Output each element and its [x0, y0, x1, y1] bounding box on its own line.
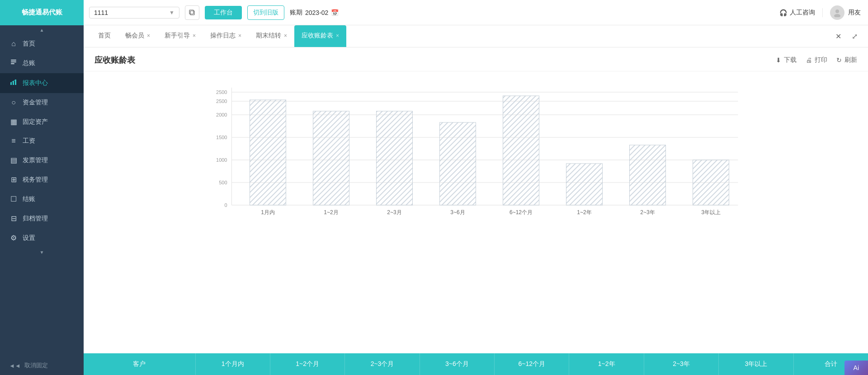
table-header-6-12month: 6~12个月	[495, 353, 569, 375]
main-layout: ▲ ⌂ 首页 总账	[0, 25, 868, 375]
tab-period-end-close[interactable]: ×	[284, 33, 287, 39]
table-header-3year-plus: 3年以上	[719, 353, 793, 375]
print-label: 打印	[815, 56, 827, 64]
download-button[interactable]: ⬇ 下载	[776, 56, 797, 64]
tab-operation-log-close[interactable]: ×	[238, 33, 241, 39]
app-header: 畅捷通易代账 1111 ▼ 工作台 切到旧版 账期 2023-02 📅 🎧 人工…	[0, 0, 868, 25]
svg-point-3	[834, 14, 840, 17]
sidebar-item-fixed-assets[interactable]: ▦ 固定资产	[0, 112, 84, 131]
sidebar-item-fund-management[interactable]: ○ 资金管理	[0, 93, 84, 112]
download-icon: ⬇	[776, 56, 781, 64]
bar-8	[693, 160, 729, 205]
refresh-icon: ↻	[836, 56, 842, 64]
sidebar-item-fund-label: 资金管理	[23, 98, 48, 107]
tab-member[interactable]: 畅会员 ×	[118, 25, 157, 47]
sidebar-item-home[interactable]: ⌂ 首页	[0, 34, 84, 53]
bar-7	[630, 145, 666, 205]
sidebar-item-salary-label: 工资	[23, 137, 35, 145]
table-header-3-6month-label: 3~6个月	[445, 360, 469, 368]
sidebar-item-invoice-label: 发票管理	[23, 156, 48, 164]
ai-label: Ai	[854, 364, 859, 371]
page-header: 应收账龄表 ⬇ 下载 🖨 打印 ↻ 刷新	[84, 47, 868, 71]
close-all-tabs-button[interactable]: ✕	[832, 30, 844, 42]
calendar-icon[interactable]: 📅	[331, 9, 339, 16]
pin-icon: ◄◄	[9, 362, 21, 369]
tabs-right: ✕ ⤢	[832, 30, 861, 42]
sidebar-item-report-center[interactable]: 报表中心	[0, 73, 84, 93]
svg-text:1~2月: 1~2月	[324, 209, 338, 216]
sidebar-scroll-down[interactable]: ▼	[0, 248, 84, 257]
copy-icon	[189, 9, 196, 16]
content-area: 首页 畅会员 × 新手引导 × 操作日志 × 期末结转 × 应收账龄表 ×	[84, 25, 868, 375]
page-actions: ⬇ 下载 🖨 打印 ↻ 刷新	[776, 56, 857, 64]
table-header-1month: 1个月内	[196, 353, 270, 375]
sidebar-item-tax-management[interactable]: ⊞ 税务管理	[0, 170, 84, 189]
consult-area[interactable]: 🎧 人工咨询	[779, 9, 815, 17]
company-selector[interactable]: 1111 ▼	[89, 7, 179, 19]
table-header-2-3year: 2~3年	[644, 353, 719, 375]
download-label: 下载	[784, 56, 797, 64]
table-header-3-6month: 3~6个月	[420, 353, 495, 375]
archive-icon: ⊟	[9, 214, 18, 223]
table-header-6-12month-label: 6~12个月	[518, 360, 545, 368]
svg-text:500: 500	[219, 180, 227, 185]
tab-operation-log[interactable]: 操作日志 ×	[203, 25, 249, 47]
sidebar-item-general-ledger[interactable]: 总账	[0, 53, 84, 73]
sidebar-item-archive-management[interactable]: ⊟ 归档管理	[0, 209, 84, 228]
tab-guide-close[interactable]: ×	[193, 33, 196, 39]
user-area[interactable]: 用友	[830, 5, 861, 20]
logo-text: 畅捷通易代账	[22, 8, 62, 17]
sidebar-item-archive-label: 归档管理	[23, 215, 48, 223]
tab-operation-log-label: 操作日志	[210, 32, 236, 40]
svg-text:1500: 1500	[216, 135, 227, 140]
svg-text:2500: 2500	[216, 89, 227, 95]
refresh-label: 刷新	[844, 56, 857, 64]
sidebar-item-settings[interactable]: ⚙ 设置	[0, 228, 84, 248]
settlement-icon: ☐	[9, 195, 18, 203]
assets-icon: ▦	[9, 117, 18, 126]
tab-home[interactable]: 首页	[91, 25, 118, 47]
ledger-icon	[9, 59, 18, 68]
tab-ar-aging-label: 应收账龄表	[302, 32, 333, 40]
table-header-total-label: 合计	[825, 360, 837, 368]
table-header-1-2month-label: 1~2个月	[296, 360, 319, 368]
switch-version-button[interactable]: 切到旧版	[247, 5, 284, 20]
salary-icon: ≡	[9, 137, 18, 145]
tab-period-end[interactable]: 期末结转 ×	[249, 25, 294, 47]
sidebar-item-settlement[interactable]: ☐ 结账	[0, 189, 84, 209]
refresh-button[interactable]: ↻ 刷新	[836, 56, 857, 64]
svg-text:2~3月: 2~3月	[387, 209, 401, 216]
tab-member-label: 畅会员	[125, 32, 144, 40]
fund-icon: ○	[9, 98, 18, 107]
tab-ar-aging-close[interactable]: ×	[336, 33, 339, 39]
period-area: 账期 2023-02 📅	[290, 9, 339, 17]
consult-label: 人工咨询	[790, 9, 815, 17]
svg-text:1~2年: 1~2年	[577, 209, 591, 216]
sidebar-item-salary[interactable]: ≡ 工资	[0, 131, 84, 150]
bar-2	[313, 111, 349, 205]
period-label: 账期	[290, 9, 302, 17]
settings-icon: ⚙	[9, 234, 18, 242]
tab-ar-aging[interactable]: 应收账龄表 ×	[294, 25, 346, 47]
svg-text:1000: 1000	[216, 157, 227, 163]
table-header-bar: 客户 1个月内 1~2个月 2~3个月 3~6个月 6~12个月	[84, 353, 868, 375]
tab-member-close[interactable]: ×	[147, 33, 150, 39]
tab-period-end-label: 期末结转	[256, 32, 281, 40]
workbench-button[interactable]: 工作台	[205, 6, 242, 19]
headset-icon: 🎧	[779, 9, 787, 16]
sidebar-item-invoice-management[interactable]: ▤ 发票管理	[0, 150, 84, 170]
copy-button[interactable]	[185, 5, 199, 20]
cancel-pin-button[interactable]: ◄◄ 取消固定	[0, 356, 84, 375]
bar-chart: 0 500 1000 1500 2000 2500 2500 1	[94, 79, 857, 232]
ai-button[interactable]: Ai	[844, 361, 868, 375]
sidebar-item-ledger-label: 总账	[23, 59, 35, 67]
tab-guide[interactable]: 新手引导 ×	[157, 25, 203, 47]
table-header-2-3year-label: 2~3年	[673, 360, 690, 368]
invoice-icon: ▤	[9, 156, 18, 164]
print-button[interactable]: 🖨 打印	[806, 56, 827, 64]
table-header-1-2year-label: 1~2年	[598, 360, 615, 368]
tab-guide-label: 新手引导	[165, 32, 190, 40]
expand-button[interactable]: ⤢	[848, 30, 861, 42]
logo: 畅捷通易代账	[0, 0, 84, 25]
sidebar-scroll-up[interactable]: ▲	[0, 25, 84, 34]
